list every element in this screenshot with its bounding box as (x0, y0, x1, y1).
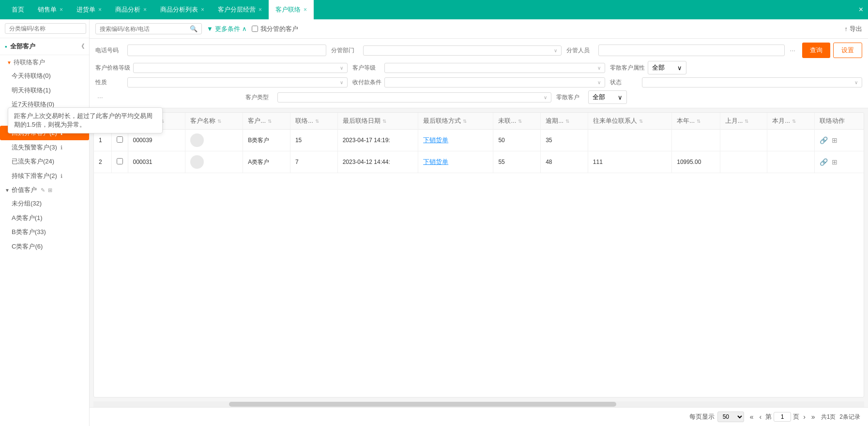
td-last-month-2 (720, 151, 767, 173)
action-link-icon-1[interactable]: 🔗 (820, 136, 828, 144)
my-customers-checkbox[interactable] (252, 26, 258, 32)
zero-attr-arrow-icon: ∨ (677, 64, 682, 72)
sidebar-declining[interactable]: 持续下滑客户(2) ℹ (0, 169, 89, 183)
sort-overdue-icon[interactable]: ⇅ (565, 118, 569, 124)
price-level-select[interactable]: ∨ (133, 63, 348, 73)
nav-product-analysis-list[interactable]: 商品分析列表 × (153, 0, 211, 19)
nav-product-analysis[interactable]: 商品分析 × (108, 0, 153, 19)
sort-name-icon[interactable]: ⇅ (217, 118, 221, 124)
nav-purchase[interactable]: 进货单 × (70, 0, 108, 19)
td-last-contact-date-2: 2023-04-12 14:44: (337, 151, 418, 173)
close-product-analysis-icon[interactable]: × (143, 6, 147, 13)
data-table-wrap: ⚙ 客户编码 ⇅ 客户名称 (93, 112, 864, 397)
contact-method-link-2[interactable]: 下销货单 (423, 158, 448, 165)
repurchase-anomaly-tooltip: 距客户上次交易时长，超过了此客户的平均交易周期的1.5倍，则视为异常。 (8, 107, 90, 133)
td-this-year-2: 10995.00 (672, 151, 720, 173)
last-page-btn[interactable]: » (809, 413, 817, 421)
filter-row-3: 性质 ∨ 收付款条件 ∨ 状态 (95, 77, 862, 88)
nav-sales[interactable]: 销售单 × (31, 0, 70, 19)
my-customers-checkbox-wrap[interactable]: 我分管的客户 (252, 25, 298, 33)
sidebar-class-c[interactable]: C类客户(6) (0, 239, 89, 254)
sidebar-edit-icon[interactable]: ✎ (41, 187, 45, 193)
sidebar-value-customers-title[interactable]: ▼ 价值客户 ✎ ⊞ (0, 183, 89, 196)
action-grid-icon-2[interactable]: ⊞ (832, 158, 838, 166)
customer-type-arrow-icon: ∨ (544, 95, 547, 100)
sidebar-class-a[interactable]: A类客户(1) (0, 211, 89, 225)
zero-customer-attr-select[interactable]: 全部 ∨ (648, 61, 686, 74)
prev-page-btn[interactable]: ‹ (757, 413, 763, 421)
sidebar-unclassified[interactable]: 未分组(32) (0, 196, 89, 211)
td-class-1: B类客户 (243, 130, 290, 151)
settings-button[interactable]: 设置 (833, 43, 862, 58)
sort-not-contact-icon[interactable]: ⇅ (518, 118, 522, 124)
status-arrow-icon: ∨ (854, 80, 858, 85)
nav-customer-segment[interactable]: 客户分层经营 × (211, 0, 269, 19)
dept-select[interactable]: ∨ (363, 45, 562, 56)
phone-field: 电话号码 (95, 44, 326, 56)
more-conditions-btn[interactable]: ▼ 更多条件 ∧ (207, 25, 247, 33)
payment-arrow-icon: ∨ (597, 80, 601, 85)
sidebar-class-b[interactable]: B类客户(33) (0, 225, 89, 239)
phone-input[interactable] (127, 44, 326, 56)
page-input[interactable] (774, 412, 791, 422)
sidebar-search-input[interactable] (5, 23, 86, 34)
nav-home[interactable]: 首页 (5, 0, 31, 19)
sidebar: 🔍 ▪ 全部客户 《 ▼ 待联络客户 今天待联络(0) 明天待联络(1) 近7天… (0, 19, 90, 426)
manager-input[interactable] (598, 44, 785, 56)
page-nav: « ‹ 第 页 › » (748, 412, 817, 422)
sidebar-tomorrow-pending[interactable]: 明天待联络(1) (0, 83, 89, 98)
sort-class-icon[interactable]: ⇅ (268, 118, 272, 124)
td-class-2: A类客户 (243, 151, 290, 173)
top-nav: 首页 销售单 × 进货单 × 商品分析 × 商品分析列表 × 客户分层经营 × … (0, 0, 868, 19)
sort-method-icon[interactable]: ⇅ (463, 118, 467, 124)
dots2-btn[interactable]: ··· (95, 93, 105, 101)
sort-date-icon[interactable]: ⇅ (382, 118, 386, 124)
first-page-btn[interactable]: « (748, 413, 756, 421)
th-this-year: 本年... ⇅ (672, 113, 720, 130)
total-pages: 共1页 (821, 413, 836, 421)
query-button[interactable]: 查询 (802, 43, 830, 58)
sort-unit-icon[interactable]: ⇅ (639, 118, 643, 124)
search-input[interactable] (100, 26, 187, 32)
customer-type-field: 客户类型 ∨ (245, 92, 551, 103)
th-last-month: 上月... ⇅ (720, 113, 767, 130)
sidebar-all-customers[interactable]: ▪ 全部客户 《 (0, 38, 89, 55)
sort-year-icon[interactable]: ⇅ (697, 118, 700, 124)
search-btn-icon[interactable]: 🔍 (190, 25, 198, 32)
close-customer-segment-icon[interactable]: × (259, 6, 262, 13)
close-product-list-icon[interactable]: × (201, 6, 204, 13)
per-page-select[interactable]: 50 20 100 (717, 411, 744, 422)
gender-select[interactable]: ∨ (127, 77, 348, 88)
row2-checkbox[interactable] (117, 158, 123, 164)
sidebar-pending-contact-title[interactable]: ▼ 待联络客户 (0, 55, 89, 69)
td-name-2 (185, 151, 243, 173)
contact-method-link-1[interactable]: 下销货单 (423, 136, 448, 144)
sidebar-already-lost[interactable]: 已流失客户(24) (0, 154, 89, 169)
nav-customer-contact[interactable]: 客户联络 × (269, 0, 314, 19)
action-link-icon-2[interactable]: 🔗 (820, 158, 828, 166)
manager-dots-btn[interactable]: ··· (788, 46, 797, 54)
export-btn[interactable]: ↑ 导出 (845, 25, 863, 33)
row1-checkbox[interactable] (117, 136, 123, 143)
sort-last-month-icon[interactable]: ⇅ (745, 118, 748, 124)
window-close-icon[interactable]: × (859, 5, 863, 14)
sidebar-today-pending[interactable]: 今天待联络(0) (0, 69, 89, 83)
scrollbar-thumb[interactable] (229, 402, 616, 407)
close-purchase-icon[interactable]: × (98, 6, 102, 13)
customer-level-select[interactable]: ∨ (384, 63, 605, 73)
status-select[interactable]: ∨ (642, 77, 862, 88)
action-grid-icon-1[interactable]: ⊞ (832, 136, 838, 144)
sidebar-collapse-icon[interactable]: 《 (78, 43, 84, 51)
close-customer-contact-icon[interactable]: × (304, 6, 307, 13)
zero-customer-select[interactable]: 全部 ∨ (588, 90, 627, 104)
horizontal-scrollbar[interactable] (93, 401, 864, 407)
sidebar-add-icon[interactable]: ⊞ (48, 187, 52, 193)
sort-this-month-icon[interactable]: ⇅ (792, 118, 796, 124)
avatar-1 (190, 133, 204, 147)
payment-select[interactable]: ∨ (384, 77, 605, 88)
sidebar-lost-predicted[interactable]: 流失预警客户(3) ℹ (0, 140, 89, 155)
sort-contact-icon[interactable]: ⇅ (315, 118, 319, 124)
close-sales-icon[interactable]: × (60, 6, 63, 13)
next-page-btn[interactable]: › (801, 413, 807, 421)
customer-type-select[interactable]: ∨ (277, 92, 551, 103)
